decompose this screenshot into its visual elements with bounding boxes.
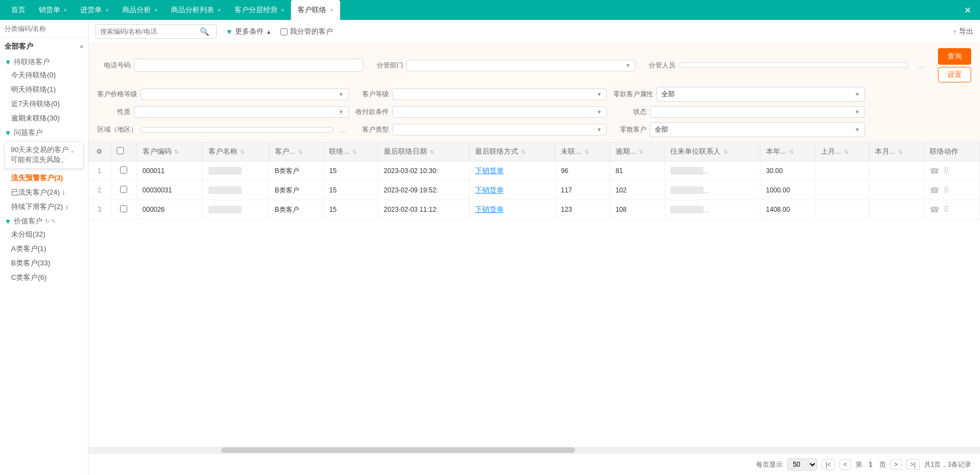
query-button[interactable]: 查询 xyxy=(938,48,971,65)
export-button[interactable]: ↑ 导出 xyxy=(953,27,974,36)
sidebar-item-overdue[interactable]: 逾期未联络(30) xyxy=(0,111,88,126)
tab-sales[interactable]: 销货单 × xyxy=(32,0,74,20)
zero-attr-select[interactable]: 全部 ▼ xyxy=(656,87,865,102)
filter-field-area: 区域（地区） … xyxy=(97,125,349,134)
tab-customer-link-close[interactable]: × xyxy=(330,7,333,13)
payment-select[interactable]: ▼ xyxy=(392,106,607,118)
row1-contact: 15 xyxy=(324,161,378,181)
price-tier-select[interactable]: ▼ xyxy=(140,88,349,100)
level-chevron-icon: ▼ xyxy=(596,91,602,97)
last-month-sort-icon[interactable]: ⇅ xyxy=(844,149,848,155)
filter-field-zero-customer: 零散客户 全部 ▼ xyxy=(613,122,865,137)
sidebar-item-type-b[interactable]: B类客户(33) xyxy=(0,256,88,270)
tab-analysis[interactable]: 商品分析 × xyxy=(116,0,164,20)
tab-customer-tier-close[interactable]: × xyxy=(281,7,284,13)
last-page-button[interactable]: >| xyxy=(906,459,920,470)
department-select[interactable]: ▼ xyxy=(406,60,636,71)
row3-contact-icon[interactable]: ☎ xyxy=(930,205,939,214)
customer-type-select[interactable]: ▼ xyxy=(392,124,607,135)
tab-sales-close[interactable]: × xyxy=(64,7,67,13)
next-page-button[interactable]: > xyxy=(890,459,902,470)
phone-input[interactable] xyxy=(134,59,363,72)
scrollbar-thumb[interactable] xyxy=(221,447,575,453)
overdue-sort-icon[interactable]: ⇅ xyxy=(639,149,643,155)
row2-more-icon[interactable]: ⠿ xyxy=(943,186,949,195)
churn-tooltip: 90天未交易的客户，可能有流失风险。 xyxy=(4,141,84,169)
row1-more-icon[interactable]: ⠿ xyxy=(943,166,949,175)
prev-page-button[interactable]: < xyxy=(840,459,851,470)
row1-contact-icon[interactable]: ☎ xyxy=(930,166,939,175)
row2-action-icons: ☎ ⠿ xyxy=(930,186,974,195)
tab-home[interactable]: 首页 xyxy=(4,0,32,20)
sidebar-item-declining[interactable]: 持续下滑客户(2) ℹ xyxy=(0,200,88,214)
row3-more-icon[interactable]: ⠿ xyxy=(943,205,949,214)
sidebar-item-churned[interactable]: 已流失客户(24) ℹ xyxy=(0,185,88,200)
total-records-label: 共1页，3条记录 xyxy=(924,460,971,469)
first-page-button[interactable]: |< xyxy=(822,459,835,470)
unit-contact-sort-icon[interactable]: ⇅ xyxy=(723,149,728,155)
tab-purchase-close[interactable]: × xyxy=(105,7,108,13)
this-month-sort-icon[interactable]: ⇅ xyxy=(898,149,903,155)
manager-select[interactable] xyxy=(679,62,908,68)
th-check[interactable] xyxy=(111,142,137,161)
type-sort-icon[interactable]: ⇅ xyxy=(298,149,303,155)
manager-more-icon[interactable]: … xyxy=(915,61,927,70)
sidebar-all-customers[interactable]: 全部客户 « xyxy=(0,38,88,55)
nature-select[interactable]: ▼ xyxy=(134,106,349,118)
window-close-button[interactable]: ✕ xyxy=(960,5,976,15)
area-select[interactable] xyxy=(140,127,333,133)
value-arrow-icon: ▼ xyxy=(4,217,12,226)
tab-customer-tier[interactable]: 客户分层经营 × xyxy=(228,0,291,20)
uncontacted-sort-icon[interactable]: ⇅ xyxy=(585,149,589,155)
row3-code: 000026 xyxy=(137,200,203,220)
filter-field-phone: 电话号码 xyxy=(97,59,363,72)
status-select[interactable]: ▼ xyxy=(650,106,865,118)
tab-customer-link[interactable]: 客户联络 × xyxy=(291,0,340,20)
value-refresh-icon[interactable]: ↻ xyxy=(45,218,50,225)
sidebar-item-churn-warning[interactable]: 流失预警客户(3) xyxy=(0,171,88,185)
sidebar-search-input[interactable] xyxy=(4,25,87,33)
tab-purchase[interactable]: 进货单 × xyxy=(74,0,115,20)
zero-customer-select[interactable]: 全部 ▼ xyxy=(650,122,865,137)
filter-row-4: 区域（地区） … 客户类型 ▼ 零散客户 全部 xyxy=(97,122,971,137)
row3-method: 下销货单 xyxy=(469,200,555,220)
search-button[interactable]: 🔍 xyxy=(200,27,209,36)
tab-analysis-list[interactable]: 商品分析列表 × xyxy=(164,0,227,20)
code-sort-icon[interactable]: ⇅ xyxy=(174,149,179,155)
sidebar-item-today-pending[interactable]: 今天待联络(0) xyxy=(0,68,88,82)
sidebar-item-week-pending[interactable]: 近7天待联络(0) xyxy=(0,97,88,111)
filter-field-manager: 分管人员 xyxy=(642,61,908,70)
row3-check[interactable] xyxy=(111,200,137,220)
date-sort-icon[interactable]: ⇅ xyxy=(430,149,434,155)
sidebar-item-type-c[interactable]: C类客户(6) xyxy=(0,270,88,285)
settings-button[interactable]: 设置 xyxy=(938,67,971,82)
my-customer-checkbox[interactable] xyxy=(280,28,288,35)
sidebar-item-type-a[interactable]: A类客户(1) xyxy=(0,242,88,256)
contact-sort-icon[interactable]: ⇅ xyxy=(352,149,357,155)
sidebar-group-value[interactable]: ▼ 价值客户 ↻ ✎ xyxy=(0,214,88,227)
tab-analysis-list-close[interactable]: × xyxy=(217,7,221,13)
sidebar-collapse-icon: « xyxy=(80,43,84,50)
th-settings[interactable]: ⚙ xyxy=(88,142,111,161)
row2-contact-icon[interactable]: ☎ xyxy=(930,186,939,195)
value-edit-icon[interactable]: ✎ xyxy=(51,218,56,225)
row1-type: B类客户 xyxy=(269,161,324,181)
this-year-sort-icon[interactable]: ⇅ xyxy=(789,149,794,155)
method-sort-icon[interactable]: ⇅ xyxy=(521,149,525,155)
sidebar-item-tomorrow-pending[interactable]: 明天待联络(1) xyxy=(0,82,88,97)
horizontal-scrollbar[interactable] xyxy=(88,447,980,453)
name-sort-icon[interactable]: ⇅ xyxy=(240,149,244,155)
sidebar-group-problem[interactable]: ▼ 问题客户 xyxy=(0,126,88,139)
level-select[interactable]: ▼ xyxy=(392,88,607,100)
row2-check[interactable] xyxy=(111,181,137,200)
sidebar-item-ungrouped[interactable]: 未分组(32) xyxy=(0,227,88,242)
tab-analysis-close[interactable]: × xyxy=(154,7,158,13)
per-page-select[interactable]: 50 100 200 xyxy=(787,458,817,471)
more-filter-button[interactable]: ▼ 更多条件 ▲ xyxy=(221,24,276,39)
search-input[interactable] xyxy=(100,28,200,35)
row1-check[interactable] xyxy=(111,161,137,181)
sidebar-group-pending[interactable]: ▼ 待联络客户 xyxy=(0,55,88,68)
select-all-checkbox[interactable] xyxy=(117,147,124,154)
row2-this-month xyxy=(869,181,924,200)
area-more-icon[interactable]: … xyxy=(337,126,349,134)
